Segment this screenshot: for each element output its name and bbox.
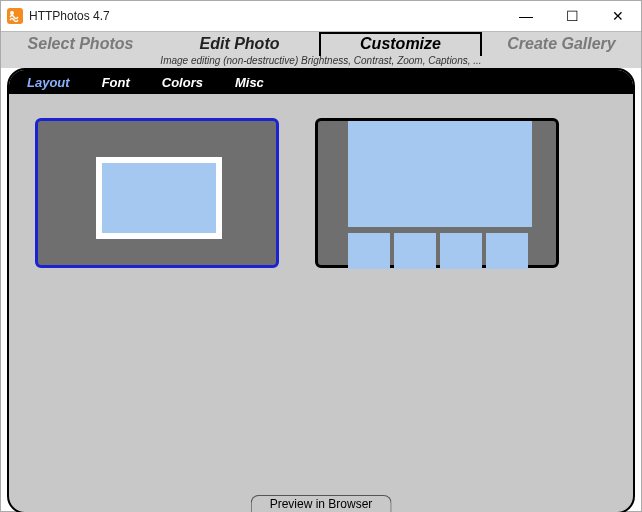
maximize-button[interactable]: ☐: [549, 1, 595, 31]
layout-preview-thumb: [348, 231, 390, 269]
subtab-layout[interactable]: Layout: [27, 75, 70, 90]
layout-options: [9, 94, 633, 292]
svg-point-1: [10, 11, 14, 15]
tab-edit-photo[interactable]: Edit Photo: [160, 34, 319, 54]
layout-preview-thumbs: [348, 231, 532, 269]
sub-tabs: Layout Font Colors Misc: [9, 70, 633, 94]
minimize-button[interactable]: —: [503, 1, 549, 31]
subtab-font[interactable]: Font: [102, 75, 130, 90]
app-icon: [7, 8, 23, 24]
window-controls: — ☐ ✕: [503, 1, 641, 31]
close-button[interactable]: ✕: [595, 1, 641, 31]
layout-preview-main: [348, 121, 532, 227]
workarea: Layout Font Colors Misc Preview in Brows…: [7, 68, 635, 512]
tab-subtitle: Image editing (non-destructive) Brightne…: [1, 55, 641, 68]
subtab-colors[interactable]: Colors: [162, 75, 203, 90]
title-left: HTTPhotos 4.7: [7, 8, 110, 24]
preview-in-browser-button[interactable]: Preview in Browser: [251, 495, 392, 512]
tab-select-photos[interactable]: Select Photos: [1, 34, 160, 54]
app-window: HTTPhotos 4.7 — ☐ ✕ Select Photos Edit P…: [0, 0, 642, 512]
tab-create-gallery[interactable]: Create Gallery: [482, 34, 641, 54]
layout-preview-image: [102, 163, 216, 233]
main-tabs: Select Photos Edit Photo Customize Creat…: [1, 31, 641, 55]
layout-preview-thumb: [440, 231, 482, 269]
layout-preview-thumb: [486, 231, 528, 269]
titlebar: HTTPhotos 4.7 — ☐ ✕: [1, 1, 641, 31]
layout-option-single[interactable]: [35, 118, 279, 268]
window-title: HTTPhotos 4.7: [29, 9, 110, 23]
tab-customize[interactable]: Customize: [319, 32, 482, 56]
layout-preview-thumb: [394, 231, 436, 269]
subtab-misc[interactable]: Misc: [235, 75, 264, 90]
layout-option-filmstrip[interactable]: [315, 118, 559, 268]
